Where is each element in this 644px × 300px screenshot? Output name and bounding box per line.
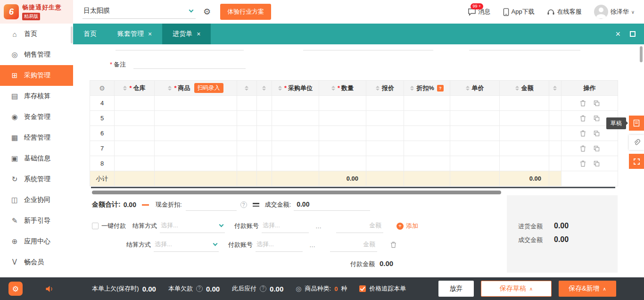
cell[interactable] xyxy=(237,156,257,171)
cell[interactable] xyxy=(404,156,450,171)
scan-input-button[interactable]: 扫码录入 xyxy=(194,83,223,93)
field-underline[interactable] xyxy=(303,50,433,50)
sidebar-item-sales[interactable]: ◎ 销售管理 xyxy=(0,44,73,65)
sort-icon[interactable] xyxy=(262,86,266,91)
pay-amount-input[interactable]: 金额 xyxy=(336,219,383,233)
sidebar-item-guide[interactable]: ✎ 新手引导 xyxy=(0,210,73,231)
sidebar-item-base-info[interactable]: ▣ 基础信息 xyxy=(0,148,73,169)
sidebar-item-funds[interactable]: ◉ 资金管理 xyxy=(0,107,73,127)
cell[interactable] xyxy=(319,111,366,126)
help-icon[interactable]: ? xyxy=(196,285,203,292)
cell[interactable] xyxy=(155,156,237,171)
cell[interactable] xyxy=(115,156,155,171)
cell[interactable] xyxy=(155,141,237,156)
cell[interactable] xyxy=(115,126,155,141)
close-icon[interactable]: × xyxy=(148,30,152,38)
cell[interactable] xyxy=(272,96,319,111)
help-icon[interactable]: ? xyxy=(240,201,247,208)
trial-plan-button[interactable]: 体验行业方案 xyxy=(220,4,271,20)
ellipsis-picker-icon[interactable]: … xyxy=(309,242,316,249)
delete-row-icon[interactable] xyxy=(580,115,586,122)
draft-button[interactable] xyxy=(629,116,644,131)
cell[interactable] xyxy=(319,141,366,156)
vertical-scrollbar[interactable] xyxy=(640,46,643,62)
cell[interactable] xyxy=(272,126,319,141)
cell[interactable] xyxy=(115,141,155,156)
bottom-settings-button[interactable]: ⚙ xyxy=(8,282,23,296)
col-discount[interactable]: 折扣%? xyxy=(404,81,450,96)
help-icon[interactable]: ? xyxy=(260,285,266,292)
sidebar-scrollbar[interactable] xyxy=(71,26,73,43)
sort-icon[interactable] xyxy=(278,86,282,91)
sidebar-item-inventory[interactable]: ▤ 库存核算 xyxy=(0,86,73,107)
col-aux-1[interactable] xyxy=(237,81,257,96)
copy-row-icon[interactable] xyxy=(594,130,600,137)
tab-purchase-order[interactable]: 进货单 × xyxy=(162,24,211,44)
col-quote[interactable]: 报价 xyxy=(366,81,404,96)
user-menu[interactable]: 徐泽华 ∨ xyxy=(594,5,635,19)
cell[interactable] xyxy=(366,96,404,111)
cell[interactable] xyxy=(366,156,404,171)
copy-row-icon[interactable] xyxy=(594,145,600,152)
add-payment-button[interactable]: + 添加 xyxy=(396,222,418,230)
copy-row-icon[interactable] xyxy=(594,115,600,122)
cell[interactable] xyxy=(272,111,319,126)
remark-input[interactable] xyxy=(133,57,246,69)
messages-button[interactable]: 99 + 消息 xyxy=(468,8,491,16)
save-and-new-button[interactable]: 保存&新增 ∧ xyxy=(559,281,616,297)
sort-icon[interactable] xyxy=(515,86,519,91)
cell[interactable] xyxy=(115,96,155,111)
ellipsis-picker-icon[interactable]: … xyxy=(315,223,322,230)
cell[interactable] xyxy=(272,156,319,171)
col-aux-2[interactable] xyxy=(257,81,272,96)
announcement-speaker-icon[interactable] xyxy=(45,285,54,292)
horizontal-scrollbar[interactable] xyxy=(92,191,501,194)
col-product[interactable]: 商品扫码录入 xyxy=(155,81,237,96)
app-download-button[interactable]: App下载 xyxy=(503,8,535,16)
company-selector[interactable]: 日太阳膜 xyxy=(83,5,196,19)
cell[interactable] xyxy=(237,141,257,156)
sidebar-item-app-center[interactable]: ⊕ 应用中心 xyxy=(0,231,73,252)
sidebar-item-operations[interactable]: ▦ 经营管理 xyxy=(0,127,73,148)
cell[interactable] xyxy=(257,156,272,171)
cell[interactable] xyxy=(155,126,237,141)
cell[interactable] xyxy=(366,126,404,141)
col-qty[interactable]: 数量 xyxy=(319,81,366,96)
delete-payment-icon[interactable] xyxy=(390,242,396,248)
cell[interactable] xyxy=(237,96,257,111)
cell[interactable] xyxy=(115,111,155,126)
online-service-button[interactable]: 在线客服 xyxy=(547,8,582,16)
pay-account-input[interactable]: 选择... xyxy=(262,219,309,233)
cell[interactable] xyxy=(500,141,549,156)
col-warehouse[interactable]: 仓库 xyxy=(115,81,155,96)
cell[interactable] xyxy=(237,126,257,141)
column-settings[interactable]: ⚙ xyxy=(90,81,115,96)
field-underline[interactable] xyxy=(469,50,580,50)
col-unit[interactable]: 采购单位 xyxy=(272,81,319,96)
cell[interactable] xyxy=(257,96,272,111)
edit-icon[interactable]: ? xyxy=(437,85,444,92)
sort-icon[interactable] xyxy=(168,86,172,91)
delete-row-icon[interactable] xyxy=(580,145,586,152)
cell[interactable] xyxy=(366,111,404,126)
fullscreen-icon[interactable] xyxy=(630,31,636,37)
cell[interactable] xyxy=(404,141,450,156)
cell[interactable] xyxy=(319,96,366,111)
delete-row-icon[interactable] xyxy=(580,100,586,107)
settle-method-select[interactable]: 选择... xyxy=(154,238,219,252)
close-icon[interactable]: × xyxy=(197,30,200,38)
save-draft-button[interactable]: 保存草稿 ∧ xyxy=(481,281,552,297)
cell[interactable] xyxy=(319,126,366,141)
cell[interactable] xyxy=(155,96,237,111)
sort-icon[interactable] xyxy=(410,86,414,91)
discard-button[interactable]: 放弃 xyxy=(438,281,474,297)
sidebar-item-purchase[interactable]: ⊞ 采购管理 xyxy=(0,65,73,86)
price-track-checkbox[interactable] xyxy=(359,285,366,292)
field-underline[interactable] xyxy=(116,50,244,50)
copy-row-icon[interactable] xyxy=(594,100,600,107)
cell[interactable] xyxy=(257,111,272,126)
pay-account-input[interactable]: 选择... xyxy=(256,238,303,252)
sidebar-item-member[interactable]: Ⅴ 畅会员 xyxy=(0,252,73,273)
sort-icon[interactable] xyxy=(123,86,127,91)
sidebar-item-system[interactable]: ↻ 系统管理 xyxy=(0,169,73,190)
